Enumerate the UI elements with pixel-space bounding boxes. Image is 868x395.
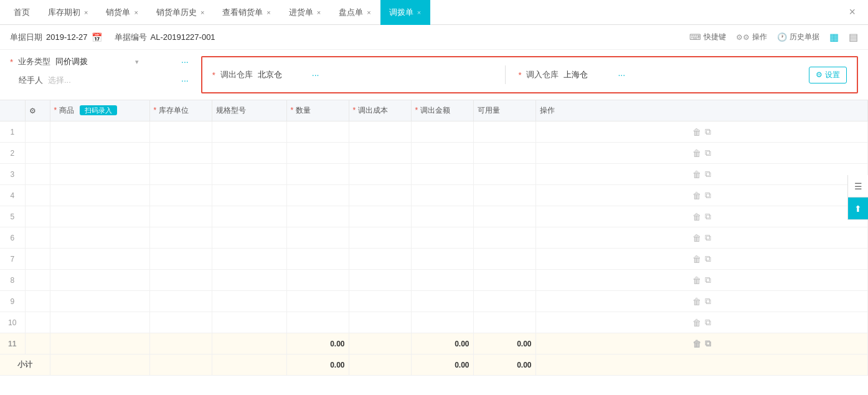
delete-icon[interactable]: 🗑: [692, 254, 701, 264]
form-left: * 业务类型 同价调拨 ▾ ··· 经手人 选择... ···: [10, 56, 189, 86]
table-row: 7 🗑 ⧉: [0, 249, 868, 270]
operation-button[interactable]: ⚙⚙ 操作: [736, 32, 767, 42]
row-num: 8: [0, 270, 25, 291]
copy-icon[interactable]: ⧉: [705, 296, 711, 307]
close-icon[interactable]: ×: [417, 9, 421, 16]
close-icon[interactable]: ×: [367, 9, 370, 16]
row-num: 4: [0, 185, 25, 206]
close-icon[interactable]: ×: [317, 9, 321, 16]
layout2-button[interactable]: ▤: [849, 31, 858, 43]
list-side-button[interactable]: ☰: [848, 175, 868, 198]
row-actions: 🗑 ⧉: [540, 232, 864, 243]
shortcut-button[interactable]: ⌨ 快捷键: [689, 32, 726, 42]
business-type-label: 业务类型: [18, 56, 50, 67]
copy-icon[interactable]: ⧉: [705, 317, 711, 328]
layout2-icon: ▤: [849, 31, 858, 43]
delete-icon[interactable]: 🗑: [692, 127, 701, 137]
export-icon: ⬆: [854, 204, 862, 214]
row-num: 5: [0, 206, 25, 227]
delete-icon[interactable]: 🗑: [692, 233, 701, 243]
delete-icon[interactable]: 🗑: [692, 318, 701, 328]
col-unit-header: * 库存单位: [149, 100, 212, 121]
business-type-value[interactable]: 同价调拨: [55, 56, 130, 67]
delete-icon[interactable]: 🗑: [692, 148, 701, 158]
delete-icon[interactable]: 🗑: [692, 212, 701, 222]
row-actions: 🗑 ⧉: [540, 126, 864, 137]
row-num: 3: [0, 164, 25, 185]
settings-button[interactable]: ⚙ 设置: [809, 67, 847, 83]
scroll-area[interactable]: ⚙ * 商品 扫码录入 * 库存单位 规格型号: [0, 100, 868, 376]
copy-icon[interactable]: ⧉: [705, 338, 711, 349]
operation-icon: ⚙⚙: [736, 33, 750, 42]
table-row: 4 🗑 ⧉: [0, 185, 868, 206]
row-num: 1: [0, 121, 25, 143]
business-type-more-btn[interactable]: ···: [181, 57, 189, 67]
row-actions: 🗑 ⧉: [540, 190, 864, 201]
tab-transfer-order[interactable]: 调拨单 ×: [380, 0, 430, 25]
date-field: 单据日期 2019-12-27 📅: [10, 32, 102, 43]
date-value: 2019-12-27: [46, 32, 88, 42]
window-close-button[interactable]: ×: [841, 6, 863, 19]
col-num-header: [0, 100, 25, 121]
col-spec-header: 规格型号: [212, 100, 286, 121]
table-row: 9 🗑 ⧉: [0, 291, 868, 312]
table-row: 6 🗑 ⧉: [0, 227, 868, 249]
tab-sales-order[interactable]: 销货单 ×: [97, 0, 147, 25]
copy-icon[interactable]: ⧉: [705, 169, 711, 179]
side-buttons: ☰ ⬆: [847, 175, 868, 220]
tab-view-sales[interactable]: 查看销货单 ×: [214, 0, 280, 25]
calendar-icon[interactable]: 📅: [92, 32, 102, 42]
copy-icon[interactable]: ⧉: [705, 254, 711, 264]
handler-value[interactable]: 选择...: [48, 75, 71, 86]
tab-inventory-init[interactable]: 库存期初 ×: [39, 0, 97, 25]
main-content: 单据日期 2019-12-27 📅 单据编号 AL-20191227-001 ⌨…: [0, 25, 868, 376]
close-icon[interactable]: ×: [84, 9, 88, 16]
tab-sales-history[interactable]: 销货单历史 ×: [148, 0, 214, 25]
row-num: 6: [0, 227, 25, 249]
warehouse-out-value[interactable]: 北京仓: [258, 69, 282, 80]
warehouse-in-value[interactable]: 上海仓: [564, 69, 588, 80]
tab-home[interactable]: 首页: [5, 0, 39, 25]
copy-icon[interactable]: ⧉: [705, 275, 711, 285]
delete-icon[interactable]: 🗑: [692, 339, 701, 349]
row-num: 9: [0, 291, 25, 312]
col-ops-header: 操作: [535, 100, 868, 121]
col-cost-header: * 调出成本: [349, 100, 411, 121]
gear-icon[interactable]: ⚙: [29, 107, 36, 115]
warehouse-in-field: * 调入仓库 上海仓 ···: [518, 69, 799, 80]
delete-icon[interactable]: 🗑: [692, 191, 701, 201]
close-icon[interactable]: ×: [134, 9, 138, 16]
scan-button[interactable]: 扫码录入: [80, 105, 117, 115]
warehouse-in-more-btn[interactable]: ···: [618, 70, 625, 80]
copy-icon[interactable]: ⧉: [705, 148, 711, 158]
copy-icon[interactable]: ⧉: [705, 232, 711, 243]
delete-icon[interactable]: 🗑: [692, 169, 701, 179]
table-row: 10 🗑 ⧉: [0, 312, 868, 333]
row-actions: 🗑 ⧉: [540, 169, 864, 179]
form-section: * 业务类型 同价调拨 ▾ ··· 经手人 选择... ··· * 调出仓库 北…: [0, 50, 868, 100]
history-icon: 🕐: [777, 32, 787, 42]
tab-inventory-check[interactable]: 盘点单 ×: [330, 0, 380, 25]
layout1-button[interactable]: ▦: [829, 31, 839, 43]
copy-icon[interactable]: ⧉: [705, 126, 711, 137]
row-actions: 🗑 ⧉: [540, 275, 864, 285]
export-side-button[interactable]: ⬆: [848, 198, 868, 220]
table-row: 5 🗑 ⧉: [0, 206, 868, 227]
delete-icon[interactable]: 🗑: [692, 297, 701, 307]
history-button[interactable]: 🕐 历史单据: [777, 32, 819, 42]
copy-icon[interactable]: ⧉: [705, 190, 711, 201]
row-num: 10: [0, 312, 25, 333]
col-avail-header: 可用量: [473, 100, 535, 121]
col-amount-header: * 调出金额: [411, 100, 473, 121]
col-settings-header[interactable]: ⚙: [25, 100, 50, 121]
tab-purchase-order[interactable]: 进货单 ×: [280, 0, 330, 25]
close-icon[interactable]: ×: [200, 9, 204, 16]
warehouse-out-more-btn[interactable]: ···: [312, 70, 319, 80]
close-icon[interactable]: ×: [267, 9, 270, 16]
copy-icon[interactable]: ⧉: [705, 211, 711, 222]
row-actions: 🗑 ⧉: [540, 211, 864, 222]
delete-icon[interactable]: 🗑: [692, 275, 701, 285]
handler-more-btn[interactable]: ···: [181, 75, 189, 85]
warehouse-out-field: * 调出仓库 北京仓 ···: [212, 69, 493, 80]
dropdown-arrow-icon[interactable]: ▾: [135, 58, 139, 66]
